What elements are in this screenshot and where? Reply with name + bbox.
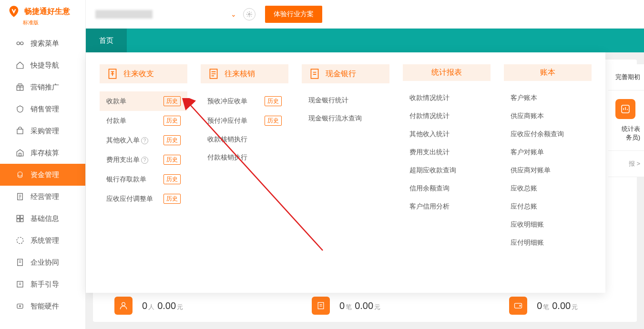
nav-quick[interactable]: 快捷导航 — [0, 54, 85, 76]
stat-unit: 元 — [572, 303, 578, 310]
tab-strip: 首页 — [86, 29, 644, 52]
menu-cashbank-stat[interactable]: 现金银行统计 — [302, 91, 389, 110]
bill-icon — [312, 297, 330, 315]
svg-point-23 — [520, 305, 521, 307]
menu-label: 应付总账 — [511, 202, 537, 211]
peek-text: 统计表 — [612, 125, 640, 133]
nav-marketing[interactable]: 营销推广 — [0, 76, 85, 98]
nav-collab[interactable]: 企业协同 — [0, 251, 85, 273]
menu-supplier-statement[interactable]: 供应商对账单 — [504, 161, 592, 179]
history-link[interactable]: 历史 — [164, 155, 181, 165]
menu-label: 应收总账 — [511, 184, 537, 193]
col-header: 统计报表 — [403, 64, 491, 81]
menu-payment-stat[interactable]: 付款情况统计 — [403, 107, 491, 125]
menu-label: 信用余额查询 — [409, 184, 450, 193]
nav-system[interactable]: 系统管理 — [0, 229, 85, 251]
menu-ar-detail[interactable]: 应收明细账 — [504, 216, 592, 234]
menu-expense-stat[interactable]: 费用支出统计 — [403, 143, 491, 161]
menu-credit-balance[interactable]: 信用余额查询 — [403, 179, 491, 198]
menu-supplier-ledger[interactable]: 供应商账本 — [504, 107, 592, 125]
stat-card: 0笔0.00元 — [509, 297, 578, 315]
menu-bank-transfer[interactable]: 银行存取款单历史 — [100, 169, 187, 189]
menu-expense[interactable]: 费用支出单?历史 — [100, 150, 187, 169]
menu-label: 应收应付调整单 — [106, 195, 153, 203]
history-link[interactable]: 历史 — [265, 96, 282, 106]
menu-otherincome-stat[interactable]: 其他收入统计 — [403, 125, 491, 143]
history-link[interactable]: 历史 — [164, 174, 181, 184]
hardware-icon — [15, 301, 25, 311]
menu-customer-statement[interactable]: 客户对账单 — [504, 143, 592, 161]
history-link[interactable]: 历史 — [265, 116, 282, 126]
bank-icon — [308, 68, 321, 80]
nav-label: 营销推广 — [31, 83, 59, 92]
menu-label: 银行存取款单 — [106, 175, 146, 184]
right-peek-panel: 完善期初 统计表 务员) 报 > — [608, 64, 644, 177]
history-link[interactable]: 历史 — [164, 96, 181, 106]
stat-qty: 0 — [142, 300, 147, 311]
nav-inventory[interactable]: 库存核算 — [0, 142, 85, 164]
sales-icon — [15, 104, 25, 114]
menu-credit-analysis[interactable]: 客户信用分析 — [403, 198, 491, 216]
chevron-down-icon[interactable]: ⌄ — [231, 10, 236, 18]
nav-purchase[interactable]: 采购管理 — [0, 120, 85, 142]
tenant-name-redacted — [95, 10, 153, 19]
col-header: 现金银行 — [302, 64, 389, 83]
menu-ap-detail[interactable]: 应付明细账 — [504, 234, 592, 252]
nav-sales[interactable]: 销售管理 — [0, 98, 85, 120]
brand-name: 畅捷通好生意 — [24, 7, 70, 17]
menu-payment-bill[interactable]: 付款单历史 — [100, 111, 187, 130]
menu-prepay-ap[interactable]: 预付冲应付单历史 — [201, 111, 288, 130]
menu-label: 预付冲应付单 — [207, 117, 247, 125]
menu-label: 预收冲应收单 — [207, 97, 247, 106]
stat-amount: 0.00 — [157, 300, 176, 311]
svg-rect-6 — [17, 215, 20, 218]
warehouse-icon — [15, 148, 25, 158]
cart-icon — [15, 126, 25, 136]
menu-receipt-bill[interactable]: 收款单历史 — [100, 91, 187, 111]
svg-rect-4 — [19, 153, 21, 156]
help-icon[interactable]: ? — [141, 157, 148, 164]
nav-funds[interactable]: 资金管理 — [0, 164, 85, 186]
history-link[interactable]: 历史 — [164, 135, 181, 145]
menu-prepay-ar[interactable]: 预收冲应收单历史 — [201, 91, 288, 111]
brand-logo-icon — [7, 5, 20, 18]
clipboard-icon — [15, 192, 25, 201]
menu-label: 费用支出单? — [106, 156, 148, 164]
menu-other-income[interactable]: 其他收入单?历史 — [100, 130, 187, 150]
search-icon — [15, 39, 25, 48]
menu-ar-gl[interactable]: 应收总账 — [504, 179, 592, 198]
menu-receipt-stat[interactable]: 收款情况统计 — [403, 89, 491, 107]
nav-label: 资金管理 — [31, 170, 59, 179]
menu-cashbank-flow[interactable]: 现金银行流水查询 — [302, 110, 389, 128]
nav-search[interactable]: 搜索菜单 — [0, 32, 85, 54]
stat-unit: 元 — [177, 303, 183, 310]
peek-more[interactable]: 报 > — [608, 151, 644, 177]
menu-arap-balance[interactable]: 应收应付余额查询 — [504, 125, 592, 143]
menu-receipt-exec[interactable]: 收款核销执行 — [201, 130, 288, 149]
history-link[interactable]: 历史 — [164, 116, 181, 126]
col-title: 往来核销 — [225, 69, 255, 79]
menu-ap-gl[interactable]: 应付总账 — [504, 198, 592, 216]
menu-customer-ledger[interactable]: 客户账本 — [504, 89, 592, 107]
settings-button[interactable] — [243, 8, 256, 20]
nav-label: 新手引导 — [31, 280, 59, 289]
menu-payment-exec[interactable]: 付款核销执行 — [201, 149, 288, 167]
peek-perfect-init[interactable]: 完善期初 — [608, 64, 644, 90]
industry-plan-button[interactable]: 体验行业方案 — [265, 6, 322, 23]
doc-icon — [15, 258, 25, 267]
history-link[interactable]: 历史 — [164, 194, 181, 204]
nav-guide[interactable]: 新手引导 — [0, 273, 85, 295]
svg-rect-13 — [17, 304, 23, 309]
tab-home[interactable]: 首页 — [86, 29, 127, 52]
menu-label: 收款情况统计 — [409, 94, 450, 102]
menu-label: 付款情况统计 — [409, 112, 450, 120]
menu-ar-ap-adjust[interactable]: 应收应付调整单历史 — [100, 189, 187, 209]
nav-label: 搜索菜单 — [31, 39, 59, 48]
stat-qty: 0 — [537, 300, 542, 311]
menu-overdue-ar[interactable]: 超期应收款查询 — [403, 161, 491, 179]
nav-business[interactable]: 经营管理 — [0, 186, 85, 208]
help-icon[interactable]: ? — [141, 137, 148, 144]
nav-hardware[interactable]: 智能硬件 — [0, 295, 85, 317]
report-icon[interactable] — [615, 99, 635, 119]
nav-basicinfo[interactable]: 基础信息 — [0, 208, 85, 229]
